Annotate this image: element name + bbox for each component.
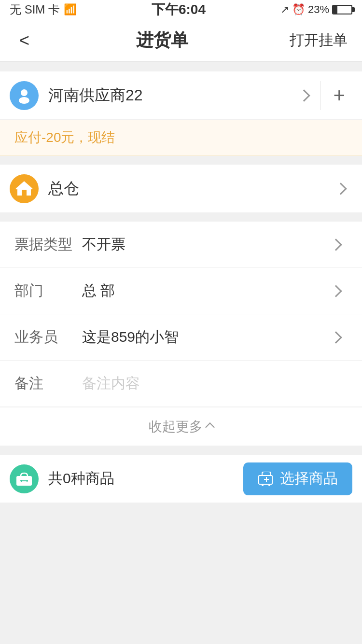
- status-right: ↗ ⏰ 23%: [280, 3, 352, 16]
- svg-point-0: [21, 89, 28, 96]
- invoice-row[interactable]: 票据类型 不开票: [0, 222, 362, 268]
- notice-text: 应付-20元，现结: [14, 130, 115, 145]
- salesman-chevron-icon: [330, 331, 342, 343]
- product-icon-wrap: [10, 464, 39, 493]
- invoice-chevron-icon: [330, 238, 342, 251]
- dept-row[interactable]: 部门 总 部: [0, 268, 362, 314]
- collapse-label: 收起更多: [149, 418, 203, 436]
- open-pending-button[interactable]: 打开挂单: [290, 30, 348, 50]
- remark-input[interactable]: 备注内容: [82, 374, 348, 393]
- supplier-avatar: [10, 81, 39, 110]
- divider-top: [0, 62, 362, 71]
- divider-form: [0, 213, 362, 222]
- invoice-label: 票据类型: [14, 235, 82, 254]
- svg-point-1: [19, 97, 29, 104]
- supplier-name: 河南供应商22: [48, 85, 300, 106]
- status-time: 下午6:04: [152, 0, 206, 19]
- svg-rect-2: [22, 190, 27, 196]
- collapse-button[interactable]: 收起更多: [0, 407, 362, 446]
- bottom-bar: 共0种商品 选择商品: [0, 454, 362, 503]
- svg-point-8: [262, 484, 264, 486]
- notice-banner: 应付-20元，现结: [0, 120, 362, 156]
- battery-icon: [332, 5, 352, 14]
- salesman-row[interactable]: 业务员 这是859的小智: [0, 314, 362, 361]
- invoice-value: 不开票: [82, 235, 332, 254]
- status-carrier: 无 SIM 卡 📶: [10, 2, 77, 17]
- shopping-bag-icon: [15, 471, 33, 487]
- add-supplier-button[interactable]: +: [326, 79, 352, 112]
- supplier-chevron-icon: [298, 89, 310, 101]
- person-icon: [15, 87, 33, 104]
- product-count: 共0种商品: [48, 469, 243, 489]
- page-title: 进货单: [136, 28, 188, 52]
- remark-label: 备注: [14, 374, 82, 393]
- supplier-row[interactable]: 河南供应商22 +: [0, 71, 362, 120]
- cart-icon: [258, 472, 275, 486]
- warehouse-icon: [10, 174, 39, 203]
- battery-percent: 23%: [308, 3, 329, 16]
- salesman-label: 业务员: [14, 327, 82, 347]
- divider-warehouse: [0, 156, 362, 165]
- remark-row[interactable]: 备注 备注内容: [0, 361, 362, 407]
- wifi-icon: 📶: [64, 3, 77, 16]
- back-button[interactable]: <: [14, 26, 34, 56]
- warehouse-chevron-icon: [334, 182, 347, 195]
- page-content: 河南供应商22 + 应付-20元，现结 总仓 票据类型 不开票: [0, 62, 362, 644]
- salesman-value: 这是859的小智: [82, 327, 332, 347]
- dept-chevron-icon: [330, 285, 342, 297]
- svg-point-9: [268, 484, 270, 486]
- dept-value: 总 部: [82, 281, 332, 301]
- supplier-divider: [320, 81, 321, 110]
- nav-bar: < 进货单 打开挂单: [0, 19, 362, 62]
- dept-label: 部门: [14, 281, 82, 301]
- chevron-up-icon: [205, 422, 215, 432]
- warehouse-name: 总仓: [48, 178, 336, 199]
- status-bar: 无 SIM 卡 📶 下午6:04 ↗ ⏰ 23%: [0, 0, 362, 19]
- warehouse-row[interactable]: 总仓: [0, 165, 362, 213]
- carrier-text: 无 SIM 卡: [10, 2, 60, 17]
- select-goods-label: 选择商品: [280, 469, 338, 489]
- house-icon: [15, 180, 33, 197]
- form-section: 票据类型 不开票 部门 总 部 业务员 这是859的小智 备注 备注内容 收起更…: [0, 222, 362, 446]
- select-goods-button[interactable]: 选择商品: [243, 462, 352, 495]
- location-icon: ↗: [280, 3, 289, 16]
- alarm-icon: ⏰: [292, 3, 305, 16]
- supplier-section: 河南供应商22 + 应付-20元，现结: [0, 71, 362, 156]
